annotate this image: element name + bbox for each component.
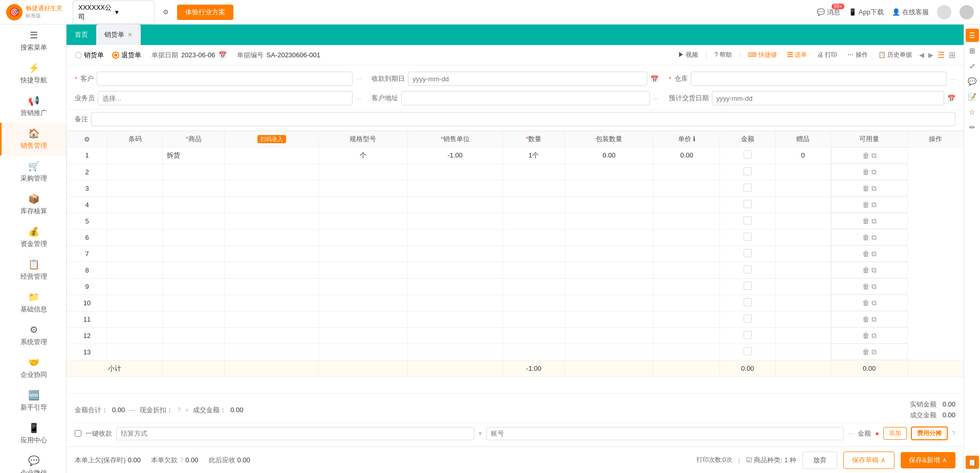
copy-row-icon[interactable]: ⧉ <box>872 200 877 209</box>
row-spec[interactable] <box>225 180 319 196</box>
add-payment-btn[interactable]: 添加 <box>883 427 907 440</box>
company-selector[interactable]: XXXXXX公司 ▾ <box>73 1 155 24</box>
copy-row-icon[interactable]: ⧉ <box>872 250 877 258</box>
delivery-calendar-icon[interactable]: 📅 <box>947 95 955 102</box>
row-product[interactable] <box>163 164 225 180</box>
delete-row-icon[interactable]: 🗑 <box>862 151 869 160</box>
overdue-info-icon[interactable]: ? <box>180 456 183 464</box>
right-panel-star[interactable]: ☆ <box>966 105 979 119</box>
row-spec[interactable] <box>225 344 319 361</box>
row-amount[interactable] <box>654 164 720 180</box>
row-pack-qty[interactable] <box>503 311 564 327</box>
right-panel-note[interactable]: 📝 <box>966 90 979 103</box>
row-amount[interactable]: 0.00 <box>654 147 720 164</box>
row-unit[interactable] <box>318 327 407 344</box>
sidebar-item-purchase[interactable]: 🛒 采购管理 <box>0 155 66 188</box>
row-quantity[interactable] <box>407 327 503 344</box>
row-price[interactable] <box>564 262 654 278</box>
row-product[interactable] <box>163 213 225 229</box>
row-spec[interactable] <box>225 295 319 311</box>
warehouse-more-icon[interactable]: ··· <box>950 75 955 83</box>
delete-row-icon[interactable]: 🗑 <box>862 348 869 356</box>
row-spec[interactable] <box>225 278 319 295</box>
discount-info-icon[interactable]: ? <box>177 406 181 414</box>
sidebar-item-wechat[interactable]: 💬 企业微信 <box>0 450 66 473</box>
row-quantity[interactable]: -1.00 <box>407 147 503 164</box>
delete-row-icon[interactable]: 🗑 <box>862 282 869 290</box>
gift-checkbox[interactable] <box>744 331 752 339</box>
customer-input[interactable] <box>97 72 353 86</box>
copy-row-icon[interactable]: ⧉ <box>872 151 877 160</box>
tab-home[interactable]: 首页 <box>67 25 96 45</box>
sidebar-item-quick-nav[interactable]: ⚡ 快捷导航 <box>0 57 66 90</box>
payment-due-input[interactable] <box>408 72 647 86</box>
row-unit[interactable] <box>318 344 407 361</box>
gift-checkbox[interactable] <box>744 200 752 208</box>
delete-row-icon[interactable]: 🗑 <box>862 299 869 307</box>
row-amount[interactable] <box>654 245 720 262</box>
row-price[interactable]: 0.00 <box>564 147 654 164</box>
delete-row-icon[interactable]: 🗑 <box>862 250 869 258</box>
row-quantity[interactable] <box>407 196 503 213</box>
row-spec[interactable] <box>225 213 319 229</box>
delivery-date-input[interactable] <box>712 91 944 105</box>
row-barcode[interactable] <box>107 344 163 361</box>
sidebar-item-appstore[interactable]: 📱 应用中心 <box>0 417 66 450</box>
delete-row-icon[interactable]: 🗑 <box>862 184 869 192</box>
sidebar-item-search[interactable]: ☰ 搜索菜单 <box>0 25 66 57</box>
row-product[interactable]: 拆货 <box>163 147 225 164</box>
copy-row-icon[interactable]: ⧉ <box>872 331 877 340</box>
row-unit[interactable] <box>318 262 407 278</box>
row-product[interactable] <box>163 229 225 245</box>
gift-checkbox[interactable] <box>744 314 752 323</box>
row-pack-qty[interactable] <box>503 229 564 245</box>
row-quantity[interactable] <box>407 311 503 327</box>
row-barcode[interactable] <box>107 147 163 164</box>
row-gift[interactable] <box>720 295 775 311</box>
row-quantity[interactable] <box>407 180 503 196</box>
row-pack-qty[interactable] <box>503 213 564 229</box>
row-spec[interactable] <box>225 229 319 245</box>
row-amount[interactable] <box>654 180 720 196</box>
row-barcode[interactable] <box>107 164 163 180</box>
payment-calendar-icon[interactable]: 📅 <box>650 75 659 83</box>
row-price[interactable] <box>564 245 654 262</box>
gift-checkbox[interactable] <box>744 216 752 224</box>
row-price[interactable] <box>564 180 654 196</box>
tab-close-icon[interactable]: ✕ <box>127 31 133 38</box>
radio-sale[interactable]: 销货单 <box>75 51 104 60</box>
nav-prev-icon[interactable]: ◀ <box>919 51 924 59</box>
radio-return[interactable]: 退货单 <box>112 51 141 60</box>
row-quantity[interactable] <box>407 262 503 278</box>
delete-row-icon[interactable]: 🗑 <box>862 233 869 241</box>
row-gift[interactable] <box>720 164 775 180</box>
select-order-btn[interactable]: ☰ 选单 <box>784 49 810 61</box>
row-pack-qty[interactable] <box>503 295 564 311</box>
row-unit[interactable] <box>318 229 407 245</box>
gift-checkbox[interactable] <box>744 167 752 175</box>
row-barcode[interactable] <box>107 196 163 213</box>
row-quantity[interactable] <box>407 164 503 180</box>
salesman-more-icon[interactable]: ··· <box>356 95 361 102</box>
sidebar-item-sales[interactable]: 🏠 销售管理 <box>0 123 66 155</box>
help-btn[interactable]: ? 帮助 <box>711 49 735 61</box>
row-price[interactable] <box>564 344 654 361</box>
copy-row-icon[interactable]: ⧉ <box>872 299 877 307</box>
row-gift[interactable] <box>720 262 775 278</box>
row-spec[interactable] <box>225 196 319 213</box>
row-pack-qty[interactable]: 1个 <box>503 147 564 164</box>
gift-checkbox[interactable] <box>744 282 752 290</box>
row-pack-qty[interactable] <box>503 278 564 295</box>
print-btn[interactable]: 🖨 打印 <box>814 49 840 61</box>
gift-checkbox[interactable] <box>744 265 752 274</box>
row-amount[interactable] <box>654 295 720 311</box>
row-quantity[interactable] <box>407 295 503 311</box>
row-quantity[interactable] <box>407 278 503 295</box>
row-product[interactable] <box>163 196 225 213</box>
list-view-icon[interactable]: ☰ <box>938 50 945 60</box>
customer-more-icon[interactable]: ··· <box>356 75 361 83</box>
right-panel-chat[interactable]: 💬 <box>966 75 979 88</box>
addr-more-icon[interactable]: ··· <box>653 95 659 102</box>
online-service-button[interactable]: 👤 在线客服 <box>892 8 929 17</box>
delete-row-icon[interactable]: 🗑 <box>862 266 869 274</box>
